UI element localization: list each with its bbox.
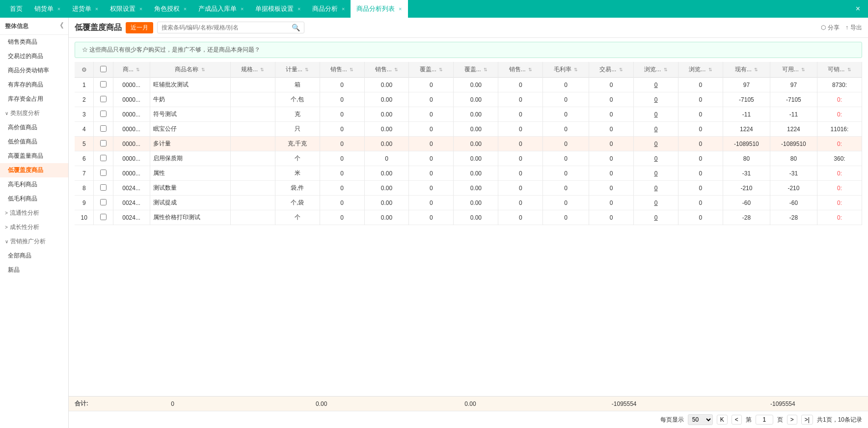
current-col-header[interactable]: 现有... ⇅ [723, 62, 770, 78]
row-current: 1224 [723, 122, 770, 137]
sidebar-item-traded-goods[interactable]: 交易过的商品 [0, 49, 68, 63]
row-cover1: 0 [409, 181, 454, 196]
sidebar-item-new-goods[interactable]: 新品 [0, 263, 68, 277]
row-current: -31 [723, 166, 770, 181]
row-checkbox[interactable] [94, 181, 113, 196]
cover1-col-header[interactable]: 覆盖... ⇅ [409, 62, 454, 78]
row-trade: 0 [589, 151, 634, 166]
row-checkbox[interactable] [94, 166, 113, 181]
sidebar-section-marketing[interactable]: ∨ 营销推广分析 [0, 234, 68, 249]
sale-qty-col-header[interactable]: 销售... ⇅ [320, 62, 364, 78]
row-unit: 米 [275, 166, 320, 181]
row-checkbox[interactable] [94, 137, 113, 151]
nav-analysis-close[interactable]: × [342, 6, 345, 12]
footer-sale-amt: 0.00 [302, 400, 341, 407]
nav-home[interactable]: 首页 [4, 0, 28, 18]
page-number-input[interactable] [756, 415, 773, 425]
search-icon[interactable]: 🔍 [292, 24, 300, 31]
header-actions: ⬡ 分享 ↑ 导出 [821, 24, 862, 32]
nav-sales-close[interactable]: × [57, 6, 60, 12]
sidebar-item-low-profit[interactable]: 低毛利商品 [0, 192, 68, 206]
row-checkbox[interactable] [94, 107, 113, 122]
row-unit: 个 [275, 210, 320, 225]
sidebar-collapse-btn[interactable]: 《 [56, 22, 63, 30]
row-checkbox[interactable] [94, 122, 113, 137]
cover2-col-header[interactable]: 覆盖... ⇅ [454, 62, 498, 78]
nav-products-in[interactable]: 产成品入库单 × [192, 0, 249, 18]
per-page-select[interactable]: 50 100 200 [688, 414, 713, 425]
first-page-btn[interactable]: K [717, 415, 728, 425]
nav-analysis-list-close[interactable]: × [399, 6, 402, 12]
prev-page-btn[interactable]: < [732, 415, 742, 425]
sidebar-item-inventory-fund[interactable]: 库存资金占用 [0, 92, 68, 106]
nav-sales[interactable]: 销货单 × [28, 0, 66, 18]
browse2-col-header[interactable]: 浏览... ⇅ [678, 62, 723, 78]
row-sellable: 0: [817, 210, 862, 225]
nav-purchase-close[interactable]: × [95, 6, 98, 12]
row-name: 测试提成 [150, 196, 230, 210]
export-button[interactable]: ↑ 导出 [845, 24, 862, 32]
next-page-btn[interactable]: > [787, 415, 797, 425]
sidebar-section-flow[interactable]: > 流通性分析 [0, 206, 68, 220]
share-button[interactable]: ⬡ 分享 [821, 24, 840, 32]
sidebar-item-all-goods[interactable]: 全部商品 [0, 249, 68, 263]
sidebar-item-high-coverage[interactable]: 高覆盖量商品 [0, 149, 68, 163]
trade-col-header[interactable]: 交易... ⇅ [589, 62, 634, 78]
name-col-header[interactable]: 商品名称 ⇅ [150, 62, 230, 78]
nav-templates[interactable]: 单据模板设置 × [249, 0, 306, 18]
select-all-checkbox[interactable] [100, 66, 107, 72]
row-current: -28 [723, 210, 770, 225]
sidebar-item-low-value[interactable]: 低价值商品 [0, 135, 68, 149]
row-browse1: 0 [634, 181, 678, 196]
close-all-btn[interactable]: × [852, 4, 864, 13]
row-name: 属性价格打印测试 [150, 210, 230, 225]
row-cover1: 0 [409, 196, 454, 210]
row-sale-data: 0 [498, 151, 543, 166]
row-checkbox[interactable] [94, 210, 113, 225]
row-unit: 个,包 [275, 92, 320, 107]
unit-col-header[interactable]: 计量... ⇅ [275, 62, 320, 78]
sidebar-item-in-stock[interactable]: 有库存的商品 [0, 78, 68, 92]
code-col-header[interactable]: 商... ⇅ [113, 62, 150, 78]
row-checkbox[interactable] [94, 92, 113, 107]
available-col-header[interactable]: 可用... ⇅ [770, 62, 817, 78]
nav-permissions-close[interactable]: × [139, 6, 142, 12]
sidebar-section-category[interactable]: ∨ 类别度分析 [0, 106, 68, 120]
sidebar-item-sales-goods[interactable]: 销售类商品 [0, 35, 68, 49]
row-sale-data: 0 [498, 92, 543, 107]
row-checkbox[interactable] [94, 78, 113, 92]
section-arrow-marketing: ∨ [5, 239, 8, 244]
row-gross-rate: 0 [543, 181, 589, 196]
row-cover2: 0.00 [454, 166, 498, 181]
nav-analysis-list[interactable]: 商品分析列表 × [351, 0, 407, 18]
row-browse1: 0 [634, 210, 678, 225]
nav-analysis[interactable]: 商品分析 × [306, 0, 351, 18]
nav-permissions[interactable]: 权限设置 × [104, 0, 148, 18]
nav-roles[interactable]: 角色授权 × [148, 0, 192, 18]
trade-sort-icon: ⇅ [619, 67, 623, 72]
settings-col-header[interactable]: ⚙ [75, 62, 94, 78]
row-checkbox[interactable] [94, 151, 113, 166]
browse1-col-header[interactable]: 浏览... ⇅ [634, 62, 678, 78]
nav-templates-close[interactable]: × [298, 6, 300, 12]
sale-data-col-header[interactable]: 销售... ⇅ [498, 62, 543, 78]
nav-products-in-close[interactable]: × [241, 6, 244, 12]
sidebar-item-high-profit[interactable]: 高毛利商品 [0, 177, 68, 192]
sidebar-section-growth[interactable]: > 成长性分析 [0, 220, 68, 234]
sellable-col-header[interactable]: 可销... ⇅ [817, 62, 862, 78]
row-checkbox[interactable] [94, 196, 113, 210]
sidebar-item-low-coverage[interactable]: 低覆盖度商品 [0, 163, 68, 177]
time-filter-button[interactable]: 近一月 [126, 22, 153, 33]
last-page-btn[interactable]: >| [801, 415, 813, 425]
sidebar-item-high-value[interactable]: 高价值商品 [0, 120, 68, 135]
spec-col-header[interactable]: 规格... ⇅ [230, 62, 275, 78]
search-input[interactable] [162, 24, 292, 31]
gross-rate-col-header[interactable]: 毛利率 ⇅ [543, 62, 589, 78]
row-code: 0000... [113, 166, 150, 181]
sidebar-item-category-rate[interactable]: 商品分类动销率 [0, 63, 68, 78]
nav-purchase[interactable]: 进货单 × [66, 0, 104, 18]
sale-amt-col-header[interactable]: 销售... ⇅ [364, 62, 409, 78]
row-unit: 个,袋 [275, 196, 320, 210]
nav-roles-close[interactable]: × [184, 6, 187, 12]
row-sale-data: 0 [498, 196, 543, 210]
